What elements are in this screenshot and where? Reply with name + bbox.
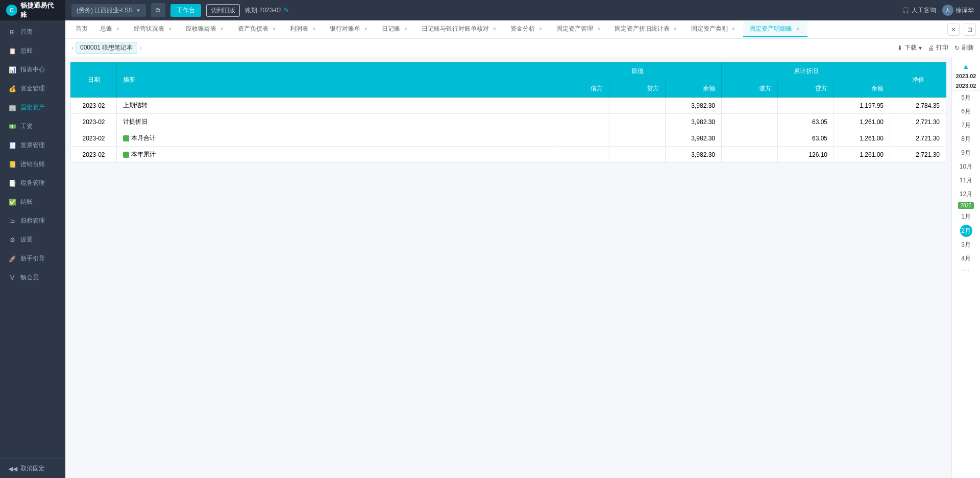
sidebar-item-label: 税务管理 — [20, 179, 45, 187]
sidebar-item-settings[interactable]: ⚙设置 — [0, 230, 65, 249]
tab-close-btn[interactable]: × — [310, 26, 317, 33]
sidebar-item-label: 归档管理 — [20, 217, 45, 225]
right-panel-month[interactable]: 3月 — [960, 238, 972, 252]
logo-icon: C — [6, 5, 17, 16]
tab-日记账[interactable]: 日记账× — [376, 21, 415, 37]
home-icon: ⊞ — [8, 29, 16, 36]
company-dropdown-icon: ▼ — [136, 8, 141, 13]
refresh-btn[interactable]: ↻ 刷新 — [954, 43, 974, 52]
sidebar-item-guide[interactable]: 🚀新手引导 — [0, 249, 65, 268]
tab-close-btn[interactable]: × — [166, 26, 174, 33]
right-panel-month[interactable]: 7月 — [960, 118, 972, 132]
sidebar-item-label: 设置 — [20, 235, 33, 244]
sidebar-item-home[interactable]: ⊞首页 — [0, 22, 65, 41]
td-accum-debit — [722, 98, 778, 114]
sidebar-item-ledger[interactable]: 📋总账 — [0, 41, 65, 60]
tab-经营状况表[interactable]: 经营状况表× — [128, 21, 180, 37]
workbench-btn[interactable]: 工作台 — [170, 4, 201, 17]
sidebar-item-label: 新手引导 — [20, 254, 45, 263]
tab-close-btn[interactable]: × — [114, 26, 121, 33]
tab-固定资产明细账[interactable]: 固定资产明细账× — [743, 21, 807, 37]
td-date: 2023-02 — [71, 130, 117, 147]
tab-利润表[interactable]: 利润表× — [284, 21, 324, 37]
tab-close-btn[interactable]: × — [730, 26, 737, 33]
sidebar-item-salary[interactable]: 💵工资 — [0, 117, 65, 136]
tab-资产负债表[interactable]: 资产负债表× — [232, 21, 284, 37]
breadcrumb-left-arrow[interactable]: ‹ — [71, 44, 74, 52]
sidebar-bottom-btn[interactable]: ◀◀ 取消固定 — [0, 459, 65, 478]
td-orig-credit — [609, 147, 666, 163]
tab-资金分析[interactable]: 资金分析× — [504, 21, 550, 37]
sidebar-item-archive[interactable]: 🗂归档管理 — [0, 211, 65, 230]
content-area: 日期 摘要 原值 累计折旧 净值 借方 贷方 余额 借方 贷方 余额 — [65, 57, 980, 478]
right-panel-month[interactable]: 8月 — [960, 132, 972, 146]
td-date: 2023-02 — [71, 114, 117, 130]
td-accum-credit: 126.10 — [778, 147, 834, 163]
tab-close-btn[interactable]: × — [402, 26, 409, 33]
company-selector[interactable]: (劳务) 江西服业-LSS ▼ — [71, 4, 146, 17]
sidebar-item-tax[interactable]: 📑税务管理 — [0, 174, 65, 193]
expand-tabs-btn[interactable]: ⊡ — [964, 23, 976, 36]
service-btn[interactable]: 🎧 人工客询 — [902, 6, 936, 15]
tab-label: 银行对账单 — [330, 25, 360, 33]
tab-close-btn[interactable]: × — [537, 26, 544, 33]
switch-version-btn[interactable]: 切到旧版 — [206, 4, 240, 17]
tabbar-right-controls: ✕ ⊡ — [947, 23, 976, 36]
tab-close-btn[interactable]: × — [218, 26, 226, 33]
th-orig-debit: 借方 — [553, 80, 609, 98]
tab-固定资产类别[interactable]: 固定资产类别× — [685, 21, 743, 37]
tab-固定资产折旧统计表[interactable]: 固定资产折旧统计表× — [608, 21, 685, 37]
vip-icon: V — [8, 274, 16, 281]
td-date: 2023-02 — [71, 147, 117, 163]
scroll-up-btn[interactable]: ▲ — [963, 61, 970, 71]
sidebar-item-fixed-assets[interactable]: 🏢固定资产 — [0, 98, 65, 117]
tab-close-btn[interactable]: × — [362, 26, 370, 33]
td-accum-balance: 1,261.00 — [834, 147, 890, 163]
td-net-value: 2,721.30 — [890, 114, 946, 130]
download-btn[interactable]: ⬇ 下载 ▾ — [897, 43, 922, 52]
breadcrumb-right-arrow[interactable]: › — [139, 44, 141, 52]
right-panel-month[interactable]: 9月 — [960, 146, 972, 160]
sidebar-item-vip[interactable]: V畅会员 — [0, 268, 65, 287]
td-accum-balance: 1,261.00 — [834, 114, 890, 130]
sidebar-item-label: 进销台账 — [20, 160, 45, 169]
tab-close-btn[interactable]: × — [491, 26, 498, 33]
tab-close-btn[interactable]: × — [794, 26, 801, 33]
user-profile[interactable]: 人 徐泽华 — [942, 5, 974, 16]
right-panel-month[interactable]: 11月 — [960, 174, 972, 187]
tab-日记账与银行对账单核对[interactable]: 日记账与银行对账单核对× — [415, 21, 504, 37]
pin-icon: ◀◀ — [8, 465, 17, 472]
print-btn[interactable]: 🖨 打印 — [928, 43, 948, 52]
table-area: 日期 摘要 原值 累计折旧 净值 借方 贷方 余额 借方 贷方 余额 — [65, 57, 951, 478]
breadcrumb-nav: ‹ 000001 联想笔记本 › — [71, 42, 141, 54]
right-panel-month[interactable]: 6月 — [960, 105, 972, 118]
table-row: 2023-02 本月合计 3,982.30 63.05 1,261.00 2,7… — [71, 130, 946, 147]
sidebar-item-sales-ledger[interactable]: 📒进销台账 — [0, 155, 65, 174]
right-panel-month[interactable]: 1月 — [960, 210, 972, 224]
sidebar-item-settle[interactable]: ✅结账 — [0, 193, 65, 211]
sidebar-item-funds[interactable]: 💰资金管理 — [0, 79, 65, 98]
close-all-tabs-btn[interactable]: ✕ — [947, 23, 960, 36]
right-panel-month[interactable]: 2月 — [960, 225, 972, 237]
tab-close-btn[interactable]: × — [271, 26, 278, 33]
td-accum-credit: 63.05 — [778, 130, 834, 147]
td-net-value: 2,721.30 — [890, 130, 946, 147]
tab-总账[interactable]: 总账× — [94, 21, 128, 37]
tab-银行对账单[interactable]: 银行对账单× — [324, 21, 376, 37]
right-panel-month[interactable]: 10月 — [960, 160, 972, 174]
tab-固定资产管理[interactable]: 固定资产管理× — [550, 21, 608, 37]
right-panel-month[interactable]: 12月 — [960, 187, 972, 201]
tab-首页[interactable]: 首页 — [69, 21, 94, 37]
sales-ledger-icon: 📒 — [8, 161, 16, 168]
tab-close-btn[interactable]: × — [672, 26, 679, 33]
copy-icon-btn[interactable]: ⧉ — [151, 3, 165, 17]
right-panel-month[interactable]: 5月 — [960, 91, 972, 105]
salary-icon: 💵 — [8, 123, 16, 130]
tab-应收账龄表[interactable]: 应收账龄表× — [180, 21, 232, 37]
sidebar-item-reports[interactable]: 📊报表中心 — [0, 60, 65, 79]
headset-icon: 🎧 — [902, 7, 910, 14]
period-edit-icon[interactable]: ✎ — [284, 7, 289, 14]
sidebar-item-invoice[interactable]: 🧾发票管理 — [0, 136, 65, 155]
right-panel-month[interactable]: 4月 — [960, 252, 972, 266]
tab-close-btn[interactable]: × — [595, 26, 602, 33]
